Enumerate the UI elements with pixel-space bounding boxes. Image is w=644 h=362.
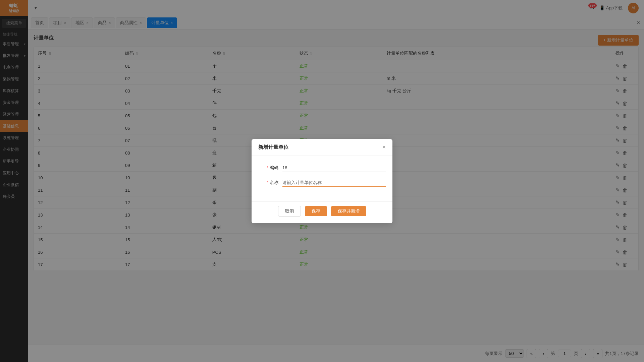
modal-title: 新增计量单位 <box>258 144 288 150</box>
modal-footer: 取消 保存 保存并新增 <box>252 201 392 223</box>
modal-overlay[interactable]: 新增计量单位 × 编码 名称 取消 保存 保存并新增 <box>0 0 644 362</box>
name-input[interactable] <box>282 179 386 187</box>
modal-body: 编码 名称 <box>252 156 392 199</box>
cancel-button[interactable]: 取消 <box>278 206 301 217</box>
save-button[interactable]: 保存 <box>305 206 327 216</box>
modal-close-button[interactable]: × <box>382 144 386 151</box>
form-row-name: 名称 <box>258 179 386 187</box>
name-field-label: 名称 <box>258 180 278 186</box>
form-row-code: 编码 <box>258 164 386 172</box>
code-field-label: 编码 <box>258 165 278 171</box>
modal-header: 新增计量单位 × <box>252 139 392 156</box>
add-unit-modal: 新增计量单位 × 编码 名称 取消 保存 保存并新增 <box>252 139 392 223</box>
code-input[interactable] <box>282 164 386 172</box>
save-and-new-button[interactable]: 保存并新增 <box>331 206 366 216</box>
